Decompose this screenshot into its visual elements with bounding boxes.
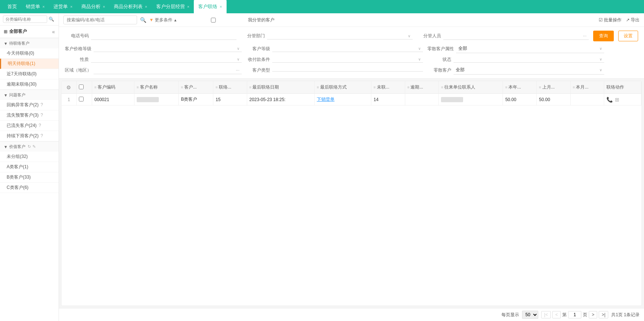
price-level-label: 客户价格等级 <box>65 46 91 52</box>
retail-customer-label: 零散客户 <box>427 67 451 73</box>
refresh-icon[interactable]: ↻ <box>28 144 31 149</box>
collapse-icon[interactable]: « <box>52 29 55 35</box>
sidebar-item-7days-pending[interactable]: 近7天待联络(0) <box>0 69 59 79</box>
nav-product-analysis-list[interactable]: 商品分析列表 × <box>109 0 151 13</box>
help-icon2[interactable]: ? <box>41 113 43 118</box>
cell-this-year: 50.00 <box>503 94 537 106</box>
nav-customer-tier[interactable]: 客户分层经营 × <box>152 0 194 13</box>
export-button[interactable]: ↗ 导出 <box>626 17 640 23</box>
more-dots-icon[interactable]: ··· <box>583 33 587 38</box>
search-input[interactable] <box>63 15 137 24</box>
per-page-select[interactable]: 50 <box>522 311 538 319</box>
sidebar-item-class-c[interactable]: C类客户(6) <box>0 183 59 193</box>
query-button[interactable]: 查询 <box>593 31 614 41</box>
more-conditions-button[interactable]: ▼ 更多条件 ▲ <box>149 17 177 23</box>
sidebar-item-ungrouped[interactable]: 未分组(32) <box>0 152 59 162</box>
th-last-month[interactable]: 上月... <box>537 81 571 94</box>
batch-operation-button[interactable]: ☑ 批量操作 <box>599 17 622 23</box>
cell-last-contact-method[interactable]: 下销货单 <box>314 94 371 106</box>
sidebar-item-declining[interactable]: 持续下滑客户(2) ? <box>0 131 59 141</box>
sidebar-group-pending[interactable]: ▼ 待联络客户 <box>0 38 59 48</box>
chevron-down-icon: ∨ <box>408 34 410 38</box>
retail-customer-select[interactable]: 全部 ∨ <box>454 66 604 75</box>
pagination: |< < 第 页 > >| <box>541 311 608 318</box>
more-dots-icon2[interactable]: ··· <box>236 68 239 73</box>
close-product-analysis-list-icon[interactable]: × <box>145 4 147 9</box>
my-customers-checkbox[interactable]: 我分管的客户 <box>180 17 274 23</box>
sidebar-item-churned[interactable]: 已流失客户(24) ? <box>0 121 59 131</box>
first-page-button[interactable]: |< <box>541 311 551 318</box>
sidebar-item-abnormal-repurchase[interactable]: 回购异常客户(2) ? <box>0 100 59 110</box>
phone-input[interactable] <box>91 32 237 40</box>
advanced-filter-panel: 电话号码 分管部门 ∨ 分管人员 ··· 查 <box>59 27 644 79</box>
status-select[interactable]: ∨ <box>454 56 604 63</box>
select-all-checkbox[interactable] <box>79 84 84 89</box>
sidebar-all-customers[interactable]: ⊞ 全部客户 « <box>0 25 59 38</box>
dept-select[interactable]: ∨ <box>267 33 413 39</box>
close-customer-tier-icon[interactable]: × <box>187 4 189 9</box>
nav-home[interactable]: 首页 <box>3 0 21 13</box>
table-header-row: ⚙ 客户编码 客户名称 客户... <box>62 81 641 94</box>
row-checkbox[interactable] <box>79 97 84 101</box>
region-select[interactable]: ··· <box>94 66 242 74</box>
help-icon3[interactable]: ? <box>39 123 41 128</box>
phone-action-icon[interactable]: 📞 <box>606 97 613 103</box>
my-customers-check[interactable] <box>180 18 246 23</box>
search-button[interactable]: 🔍 <box>140 17 146 23</box>
sidebar-item-overdue-pending[interactable]: 逾期未联络(30) <box>0 79 59 90</box>
prev-page-button[interactable]: < <box>552 311 561 318</box>
sidebar-group-problem[interactable]: ▼ 问题客户 <box>0 90 59 100</box>
close-product-analysis-icon[interactable]: × <box>103 4 105 9</box>
nav-sales-order[interactable]: 销货单 × <box>21 0 49 13</box>
th-this-month[interactable]: 本月... <box>570 81 604 94</box>
dept-label: 分管部门 <box>241 33 265 39</box>
help-icon[interactable]: ? <box>41 102 43 107</box>
th-uncontacted[interactable]: 未联... <box>371 81 405 94</box>
cell-checkbox[interactable] <box>76 94 92 106</box>
th-customer-type[interactable]: 客户... <box>179 81 213 94</box>
price-level-select[interactable]: ∨ <box>94 45 242 52</box>
sidebar-item-churn-warning[interactable]: 流失预警客户(3) ? <box>0 110 59 121</box>
th-last-contact-date[interactable]: 最后联络日期 <box>247 81 314 94</box>
settings-gear-icon[interactable]: ⚙ <box>66 84 71 90</box>
page-number-input[interactable] <box>568 311 581 318</box>
nav-customer-contact[interactable]: 客户联络 × <box>194 0 226 13</box>
th-checkbox[interactable] <box>76 81 92 94</box>
cell-last-contact-date: 2023-05-23 18:25: <box>247 94 314 106</box>
th-customer-code[interactable]: 客户编码 <box>92 81 134 94</box>
last-page-button[interactable]: >| <box>599 311 608 318</box>
gender-select[interactable]: ∨ <box>91 56 242 63</box>
th-settings[interactable]: ⚙ <box>62 81 76 94</box>
last-contact-link[interactable]: 下销货单 <box>317 97 335 102</box>
edit-icon[interactable]: ✎ <box>32 144 36 149</box>
th-contact-count[interactable]: 联络... <box>213 81 247 94</box>
sidebar-group-value[interactable]: ▼ 价值客户 ↻ ✎ <box>0 141 59 152</box>
phone-field: 电话号码 <box>65 32 237 40</box>
payment-select[interactable]: ∨ <box>272 56 423 63</box>
sidebar-item-tomorrow-pending[interactable]: 明天待联络(1) <box>0 59 59 69</box>
nav-product-analysis[interactable]: 商品分析 × <box>77 0 109 13</box>
sidebar-search-input[interactable] <box>3 15 47 23</box>
close-customer-contact-icon[interactable]: × <box>220 4 222 9</box>
th-this-year[interactable]: 本年... <box>503 81 537 94</box>
th-overdue[interactable]: 逾期... <box>405 81 439 94</box>
sidebar-search-icon[interactable]: 🔍 <box>49 17 54 22</box>
nav-purchase-order[interactable]: 进货单 × <box>49 0 77 13</box>
next-page-button[interactable]: > <box>589 311 597 318</box>
sidebar-item-class-b[interactable]: B类客户(33) <box>0 172 59 183</box>
th-last-contact-method[interactable]: 最后联络方式 <box>314 81 371 94</box>
sidebar-item-class-a[interactable]: A类客户(1) <box>0 162 59 172</box>
close-sales-order-icon[interactable]: × <box>42 4 45 9</box>
person-select[interactable]: ··· <box>443 32 589 40</box>
th-customer-name[interactable]: 客户名称 <box>134 81 179 94</box>
grid-action-icon[interactable]: ⊞ <box>615 97 619 103</box>
customer-type-select[interactable] <box>272 69 423 72</box>
retail-attr-select[interactable]: 全部 ∨ <box>456 44 604 53</box>
settings-button[interactable]: 设置 <box>618 31 638 41</box>
cell-name <box>134 94 179 106</box>
sidebar-item-today-pending[interactable]: 今天待联络(0) <box>0 48 59 59</box>
th-contact-person[interactable]: 往来单位联系人 <box>439 81 503 94</box>
close-purchase-order-icon[interactable]: × <box>70 4 72 9</box>
customer-level-select[interactable]: ∨ <box>272 45 423 52</box>
help-icon4[interactable]: ? <box>41 133 43 138</box>
